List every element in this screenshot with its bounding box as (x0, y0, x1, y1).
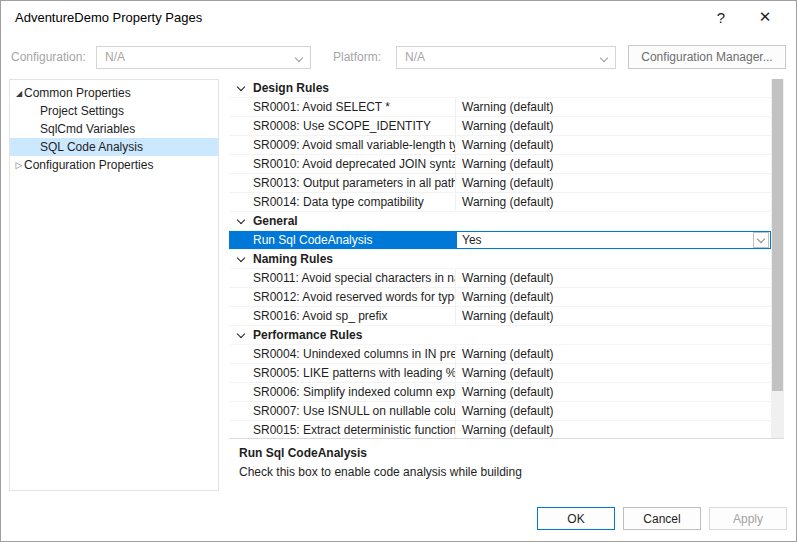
property-value: Warning (default) (456, 155, 771, 173)
tree-item-label: Configuration Properties (24, 158, 153, 172)
chevron-down-icon (296, 50, 302, 64)
collapse-chevron-icon (237, 215, 245, 223)
property-name: SR0011: Avoid special characters in nam (229, 269, 456, 287)
property-value: Warning (default) (456, 421, 771, 438)
platform-select[interactable]: N/A (396, 46, 616, 69)
tree-item-configuration-properties[interactable]: ▷ Configuration Properties (10, 156, 218, 174)
tree-item-label: SqlCmd Variables (40, 122, 135, 136)
grid-scrollbar[interactable] (771, 79, 784, 438)
property-name: SR0012: Avoid reserved words for type n (229, 288, 456, 306)
group-header-performance-rules[interactable]: Performance Rules (229, 326, 771, 345)
property-value: Warning (default) (456, 383, 771, 401)
property-value: Yes (462, 233, 482, 247)
platform-label: Platform: (333, 50, 396, 64)
tree-item-project-settings[interactable]: Project Settings (10, 102, 218, 120)
collapse-chevron-icon (237, 82, 245, 90)
property-row-sr0004[interactable]: SR0004: Unindexed columns in IN predic W… (229, 345, 771, 364)
window-title: AdventureDemo Property Pages (1, 10, 202, 25)
chevron-down-icon (757, 234, 765, 242)
chevron-down-icon (601, 50, 607, 64)
apply-button[interactable]: Apply (709, 507, 787, 530)
group-header-design-rules[interactable]: Design Rules (229, 79, 771, 98)
configuration-select[interactable]: N/A (96, 46, 311, 69)
property-row-run-sql-codeanalysis[interactable]: Run Sql CodeAnalysis Yes (229, 231, 771, 250)
property-value: Warning (default) (456, 269, 771, 287)
footer: OK Cancel Apply (537, 507, 787, 530)
group-label: Performance Rules (253, 328, 362, 342)
tree-item-label: SQL Code Analysis (40, 140, 143, 154)
expanded-arrow-icon[interactable]: ◢ (10, 89, 24, 98)
right-pane: Design Rules SR0001: Avoid SELECT * Warn… (229, 79, 784, 491)
property-name: SR0010: Avoid deprecated JOIN syntax (229, 155, 456, 173)
tree-item-label: Project Settings (40, 104, 124, 118)
property-value: Warning (default) (456, 364, 771, 382)
close-button[interactable]: ✕ (750, 2, 780, 32)
property-name: Run Sql CodeAnalysis (229, 231, 456, 249)
configuration-manager-button[interactable]: Configuration Manager... (628, 45, 786, 69)
property-value: Warning (default) (456, 98, 771, 116)
group-label: Design Rules (253, 81, 329, 95)
property-name: SR0007: Use ISNULL on nullable column (229, 402, 456, 420)
platform-value: N/A (405, 50, 425, 64)
scrollbar-thumb[interactable] (772, 79, 783, 391)
property-name: SR0016: Avoid sp_ prefix (229, 307, 456, 325)
property-name: SR0006: Simplify indexed column expres (229, 383, 456, 401)
group-label: Naming Rules (253, 252, 333, 266)
description-panel: Run Sql CodeAnalysis Check this box to e… (229, 438, 784, 491)
configuration-label: Configuration: (11, 50, 96, 64)
configuration-bar: Configuration: N/A Platform: N/A Configu… (11, 45, 786, 69)
help-button[interactable]: ? (706, 2, 736, 32)
property-row-sr0012[interactable]: SR0012: Avoid reserved words for type n … (229, 288, 771, 307)
property-name: SR0009: Avoid small variable-length typ (229, 136, 456, 154)
tree-item-label: Common Properties (24, 86, 131, 100)
property-value: Warning (default) (456, 345, 771, 363)
property-value: Warning (default) (456, 117, 771, 135)
property-value: Warning (default) (456, 307, 771, 325)
property-name: SR0013: Output parameters in all paths (229, 174, 456, 192)
property-row-sr0006[interactable]: SR0006: Simplify indexed column expres W… (229, 383, 771, 402)
value-dropdown-button[interactable] (753, 232, 769, 248)
cancel-button[interactable]: Cancel (623, 507, 701, 530)
property-row-sr0005[interactable]: SR0005: LIKE patterns with leading % War… (229, 364, 771, 383)
group-header-naming-rules[interactable]: Naming Rules (229, 250, 771, 269)
property-value: Warning (default) (456, 174, 771, 192)
configuration-value: N/A (105, 50, 125, 64)
property-value: Warning (default) (456, 402, 771, 420)
property-row-sr0007[interactable]: SR0007: Use ISNULL on nullable column Wa… (229, 402, 771, 421)
property-row-sr0001[interactable]: SR0001: Avoid SELECT * Warning (default) (229, 98, 771, 117)
property-row-sr0011[interactable]: SR0011: Avoid special characters in nam … (229, 269, 771, 288)
ok-button[interactable]: OK (537, 507, 615, 530)
group-label: General (253, 214, 298, 228)
tree-item-common-properties[interactable]: ◢ Common Properties (10, 84, 218, 102)
property-name: SR0015: Extract deterministic function c… (229, 421, 456, 438)
collapse-chevron-icon (237, 329, 245, 337)
window-buttons: ? ✕ (706, 2, 780, 32)
property-row-sr0015[interactable]: SR0015: Extract deterministic function c… (229, 421, 771, 438)
tree-item-sqlcmd-variables[interactable]: SqlCmd Variables (10, 120, 218, 138)
property-row-sr0013[interactable]: SR0013: Output parameters in all paths W… (229, 174, 771, 193)
property-name: SR0014: Data type compatibility (229, 193, 456, 211)
collapse-chevron-icon (237, 253, 245, 261)
property-value: Warning (default) (456, 136, 771, 154)
property-row-sr0009[interactable]: SR0009: Avoid small variable-length typ … (229, 136, 771, 155)
property-pages-dialog: AdventureDemo Property Pages ? ✕ Configu… (0, 0, 797, 542)
property-name: SR0005: LIKE patterns with leading % (229, 364, 456, 382)
property-value-combo: Yes (456, 231, 771, 249)
property-name: SR0008: Use SCOPE_IDENTITY (229, 117, 456, 135)
property-name: SR0001: Avoid SELECT * (229, 98, 456, 116)
group-header-general[interactable]: General (229, 212, 771, 231)
property-value: Warning (default) (456, 288, 771, 306)
property-grid: Design Rules SR0001: Avoid SELECT * Warn… (229, 79, 784, 438)
description-text: Check this box to enable code analysis w… (239, 465, 774, 479)
property-row-sr0014[interactable]: SR0014: Data type compatibility Warning … (229, 193, 771, 212)
property-name: SR0004: Unindexed columns in IN predic (229, 345, 456, 363)
property-row-sr0010[interactable]: SR0010: Avoid deprecated JOIN syntax War… (229, 155, 771, 174)
collapsed-arrow-icon[interactable]: ▷ (10, 160, 24, 170)
property-value: Warning (default) (456, 193, 771, 211)
property-row-sr0008[interactable]: SR0008: Use SCOPE_IDENTITY Warning (defa… (229, 117, 771, 136)
titlebar: AdventureDemo Property Pages ? ✕ (1, 1, 796, 33)
description-title: Run Sql CodeAnalysis (239, 446, 774, 460)
property-row-sr0016[interactable]: SR0016: Avoid sp_ prefix Warning (defaul… (229, 307, 771, 326)
tree-item-sql-code-analysis[interactable]: SQL Code Analysis (10, 138, 218, 156)
tree-panel: ◢ Common Properties Project Settings Sql… (9, 79, 219, 491)
